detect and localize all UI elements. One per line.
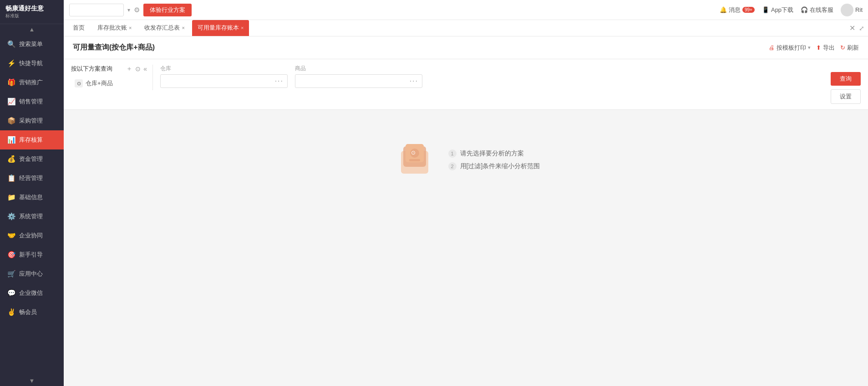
sidebar-item-label: 基础信息 xyxy=(19,193,43,201)
page-actions: 🖨 按模板打印 ▾ ⬆ 导出 ↻ 刷新 xyxy=(769,44,859,52)
sidebar-item-search[interactable]: 🔍 搜索菜单 xyxy=(0,35,64,54)
tab-batch-account[interactable]: 库存批次账 × xyxy=(92,20,137,36)
tabs-close-all-button[interactable]: ✕ xyxy=(849,24,855,32)
headset-icon: 🎧 xyxy=(801,6,808,13)
empty-state: ⊙ 1 请先选择要分析的方案 2 用[过滤]条件来缩小分析范围 xyxy=(64,110,868,210)
sidebar-item-finance[interactable]: 💰 资金管理 xyxy=(0,149,64,169)
tab-batch-account-label: 库存批次账 xyxy=(97,24,127,32)
sidebar-item-label: 采购管理 xyxy=(19,117,43,125)
tab-home-label: 首页 xyxy=(73,24,85,32)
sidebar-item-wechat[interactable]: 💬 企业微信 xyxy=(0,283,64,303)
more-icon[interactable]: ··· xyxy=(275,77,284,85)
sidebar-item-label: 企业微信 xyxy=(19,289,43,297)
empty-step-1: 1 请先选择要分析的方案 xyxy=(448,149,540,158)
sidebar-item-label: 快捷导航 xyxy=(19,59,43,67)
goods-input[interactable]: ··· xyxy=(295,74,422,88)
tab-available-account-label: 可用量库存账本 xyxy=(198,24,239,32)
collapse-icon[interactable]: « xyxy=(143,65,147,72)
export-button[interactable]: ⬆ 导出 xyxy=(816,44,835,52)
filter-sidebar-actions: ＋ ⊙ « xyxy=(126,65,147,73)
user-profile[interactable]: Rit xyxy=(841,4,863,16)
svg-text:⊙: ⊙ xyxy=(411,149,416,156)
sidebar-scroll-down[interactable]: ▼ xyxy=(0,376,64,386)
topbar-search-input[interactable] xyxy=(69,4,124,16)
filter-scheme-item-warehouse-goods[interactable]: ⊙ 仓库+商品 xyxy=(71,77,147,90)
goods-filter-field: 商品 ··· xyxy=(295,65,422,88)
folder-icon: 📁 xyxy=(7,193,15,201)
warehouse-input[interactable]: ··· xyxy=(160,74,288,88)
sidebar-item-operation[interactable]: 📋 经营管理 xyxy=(0,169,64,188)
export-label: 导出 xyxy=(823,44,835,52)
app-tag: 标准版 xyxy=(5,13,58,19)
chevron-down-icon[interactable]: ▾ xyxy=(808,45,811,51)
sidebar-item-guide[interactable]: 🎯 新手引导 xyxy=(0,245,64,264)
refresh-label: 刷新 xyxy=(847,44,859,52)
scheme-label: 仓库+商品 xyxy=(86,79,113,87)
sidebar-header: 畅康通好生意 标准版 xyxy=(0,0,64,24)
settings-icon[interactable]: ⚙ xyxy=(134,6,140,14)
svg-rect-4 xyxy=(409,159,420,161)
export-icon: ⬆ xyxy=(816,44,821,51)
add-scheme-icon[interactable]: ＋ xyxy=(126,65,132,73)
tab-receive-summary[interactable]: 收发存汇总表 × xyxy=(139,20,190,36)
sidebar-item-inventory[interactable]: 📊 库存核算 xyxy=(0,130,64,149)
user-name: Rit xyxy=(855,6,863,13)
close-icon[interactable]: × xyxy=(182,25,184,31)
sidebar-item-label: 经营管理 xyxy=(19,174,43,182)
settings-scheme-icon[interactable]: ⊙ xyxy=(135,65,141,72)
step-number-2: 2 xyxy=(448,162,457,170)
sidebar-item-marketing[interactable]: 🎁 营销推广 xyxy=(0,73,64,92)
tab-receive-summary-label: 收发存汇总表 xyxy=(144,24,180,32)
online-service-button[interactable]: 🎧 在线客服 xyxy=(801,6,833,14)
sidebar-item-app-center[interactable]: 🛒 应用中心 xyxy=(0,264,64,283)
print-button[interactable]: 🖨 按模板打印 ▾ xyxy=(769,44,811,52)
avatar xyxy=(841,4,853,16)
chat-icon: 💬 xyxy=(7,289,15,297)
step-1-text: 请先选择要分析的方案 xyxy=(460,149,524,158)
chevron-down-icon[interactable]: ▾ xyxy=(127,7,130,13)
close-icon[interactable]: × xyxy=(129,25,132,31)
sidebar-item-system[interactable]: ⚙️ 系统管理 xyxy=(0,207,64,226)
refresh-button[interactable]: ↻ 刷新 xyxy=(840,44,859,52)
bell-icon: 🔔 xyxy=(720,6,727,13)
sidebar-item-label: 应用中心 xyxy=(19,270,43,278)
sidebar-item-member[interactable]: ✌️ 畅会员 xyxy=(0,303,64,322)
money-icon: 💰 xyxy=(7,155,15,163)
sidebar-scroll-up[interactable]: ▲ xyxy=(0,24,64,35)
filter-settings-button[interactable]: 设置 xyxy=(831,89,861,104)
sidebar-item-label: 库存核算 xyxy=(19,136,43,144)
tab-home[interactable]: 首页 xyxy=(67,20,90,36)
more-icon[interactable]: ··· xyxy=(410,77,418,85)
print-icon: 🖨 xyxy=(769,44,775,51)
tabs-actions: ✕ ⤢ xyxy=(849,24,864,32)
sidebar-item-label: 畅会员 xyxy=(19,308,37,316)
message-button[interactable]: 🔔 消息 99+ xyxy=(720,6,755,14)
sidebar-item-sales[interactable]: 📈 销售管理 xyxy=(0,92,64,111)
filter-fields: 仓库 ··· 商品 ··· xyxy=(153,65,823,88)
inventory-icon: 📊 xyxy=(7,136,15,144)
empty-text: 1 请先选择要分析的方案 2 用[过滤]条件来缩小分析范围 xyxy=(448,149,540,170)
warehouse-filter-field: 仓库 ··· xyxy=(160,65,288,88)
sidebar-item-label: 搜索菜单 xyxy=(19,40,43,48)
sidebar-item-enterprise[interactable]: 🤝 企业协同 xyxy=(0,226,64,245)
sidebar-item-purchase[interactable]: 📦 采购管理 xyxy=(0,111,64,130)
trial-button[interactable]: 体验行业方案 xyxy=(143,4,192,16)
filter-area: 按以下方案查询 ＋ ⊙ « ⊙ 仓库+商品 仓库 xyxy=(64,59,868,110)
box-icon: 📦 xyxy=(7,117,15,125)
page-header: 可用量查询(按仓库+商品) 🖨 按模板打印 ▾ ⬆ 导出 ↻ 刷新 xyxy=(64,36,868,59)
app-download-button[interactable]: 📱 App下载 xyxy=(762,6,793,14)
tab-available-account[interactable]: 可用量库存账本 × xyxy=(192,20,249,36)
sidebar-item-quick-nav[interactable]: ⚡ 快捷导航 xyxy=(0,54,64,73)
sidebar: 畅康通好生意 标准版 ▲ 🔍 搜索菜单 ⚡ 快捷导航 🎁 营销推广 📈 销售管理… xyxy=(0,0,64,386)
tabs-expand-button[interactable]: ⤢ xyxy=(859,25,864,32)
empty-step-2: 2 用[过滤]条件来缩小分析范围 xyxy=(448,162,540,170)
sidebar-item-label: 营销推广 xyxy=(19,78,43,87)
query-button[interactable]: 查询 xyxy=(831,72,861,86)
online-service-label: 在线客服 xyxy=(810,6,833,14)
sidebar-item-label: 新手引导 xyxy=(19,251,43,259)
tab-bar: 首页 库存批次账 × 收发存汇总表 × 可用量库存账本 × ✕ ⤢ xyxy=(64,20,868,36)
filter-sidebar-header: 按以下方案查询 ＋ ⊙ « xyxy=(71,65,147,73)
sidebar-item-base[interactable]: 📁 基础信息 xyxy=(0,188,64,207)
cart-icon: 🛒 xyxy=(7,270,15,278)
close-icon[interactable]: × xyxy=(241,25,244,31)
